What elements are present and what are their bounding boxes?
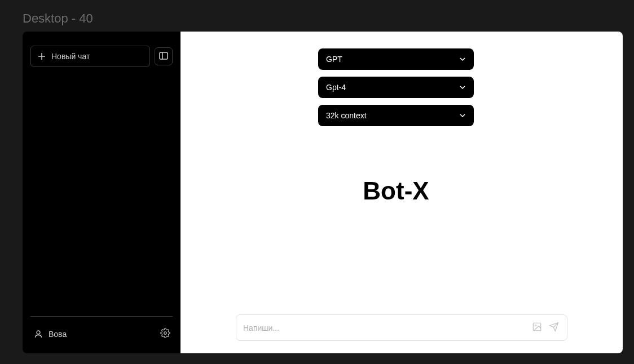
- image-icon: [532, 322, 542, 334]
- new-chat-label: Новый чат: [51, 52, 90, 61]
- send-icon: [549, 322, 559, 334]
- model-selectors: GPT Gpt-4 32k context: [318, 48, 474, 126]
- context-dropdown[interactable]: 32k context: [318, 105, 474, 126]
- sidebar: Новый чат Вова: [23, 32, 180, 353]
- message-input-bar: [236, 314, 567, 341]
- app-container: Новый чат Вова: [23, 32, 623, 353]
- svg-rect-2: [160, 52, 168, 59]
- gear-icon: [160, 328, 170, 340]
- model-label: Gpt-4: [326, 83, 346, 92]
- sidebar-footer: Вова: [30, 316, 173, 342]
- page-title: Desktop - 40: [0, 0, 634, 32]
- brand-title: Bot-X: [363, 177, 429, 205]
- chevron-down-icon: [459, 112, 466, 119]
- svg-point-7: [535, 325, 536, 326]
- message-input[interactable]: [243, 323, 526, 332]
- username-label: Вова: [49, 330, 67, 339]
- svg-point-5: [164, 332, 167, 335]
- settings-button[interactable]: [158, 326, 173, 342]
- user-icon: [34, 330, 43, 339]
- sidebar-top: Новый чат: [30, 46, 173, 67]
- chevron-down-icon: [459, 84, 466, 91]
- sidebar-chat-list: [30, 67, 173, 316]
- context-label: 32k context: [326, 111, 367, 120]
- chevron-down-icon: [459, 56, 466, 63]
- user-info[interactable]: Вова: [30, 330, 67, 339]
- send-button[interactable]: [548, 321, 560, 335]
- plus-icon: [38, 52, 46, 60]
- model-dropdown[interactable]: Gpt-4: [318, 77, 474, 98]
- provider-label: GPT: [326, 55, 342, 64]
- provider-dropdown[interactable]: GPT: [318, 48, 474, 70]
- attach-image-button[interactable]: [531, 321, 543, 335]
- svg-point-4: [37, 331, 40, 334]
- main-area: GPT Gpt-4 32k context: [180, 32, 623, 353]
- panel-toggle-button[interactable]: [155, 47, 173, 65]
- panel-icon: [158, 51, 169, 63]
- new-chat-button[interactable]: Новый чат: [30, 46, 150, 67]
